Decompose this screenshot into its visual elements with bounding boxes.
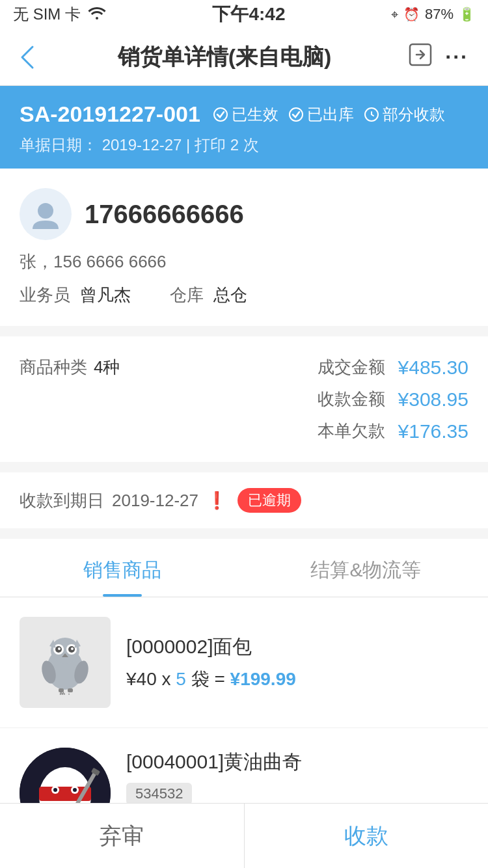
- owed-amount-item: 本单欠款 ¥176.35: [318, 420, 468, 442]
- list-item: 兽+ [0000002]面包 ¥40 x 5 袋 = ¥199.99: [0, 597, 488, 728]
- svg-text:兽+: 兽+: [59, 691, 71, 695]
- summary-section: 商品种类 4种 成交金额 ¥485.30 收款金额 ¥308.95 本单欠款 ¥…: [0, 336, 488, 462]
- status-left: 无 SIM 卡: [13, 4, 107, 25]
- due-date-label: 收款到期日: [20, 489, 104, 512]
- bottom-bar: 弃审 收款: [0, 803, 488, 868]
- owed-amount-value: ¥176.35: [398, 420, 468, 442]
- customer-meta: 业务员 曾凡杰 仓库 总仓: [20, 284, 468, 306]
- collected-amount-value: ¥308.95: [398, 388, 468, 411]
- summary-right: 成交金额 ¥485.30 收款金额 ¥308.95 本单欠款 ¥176.35: [318, 356, 468, 442]
- order-id: SA-20191227-001: [20, 102, 200, 127]
- nav-bar: 销货单详情(来自电脑) ···: [0, 29, 488, 86]
- product-total-1: ¥199.99: [230, 669, 296, 689]
- deal-amount-item: 成交金额 ¥485.30: [318, 356, 468, 379]
- product-type-item: 商品种类 4种: [20, 356, 120, 379]
- collected-amount-item: 收款金额 ¥308.95: [318, 388, 468, 411]
- product-price-1: ¥40 x 5 袋 = ¥199.99: [126, 667, 468, 692]
- status-tag-shipped: 已出库: [289, 104, 354, 125]
- product-thumbnail-1: 兽+: [20, 617, 111, 708]
- back-button[interactable]: [20, 44, 59, 70]
- customer-id: 17666666666: [85, 200, 244, 229]
- svg-point-12: [71, 647, 74, 650]
- product-qty-1: 5: [176, 669, 186, 689]
- overdue-icon: ❗: [206, 491, 227, 511]
- avatar: [20, 188, 72, 240]
- due-date-section: 收款到期日 2019-12-27 ❗ 已逾期: [0, 472, 488, 528]
- status-time: 下午4:42: [212, 2, 285, 27]
- overdue-badge: 已逾期: [237, 488, 301, 513]
- page-title: 销货单详情(来自电脑): [59, 42, 390, 72]
- status-right: ⌖ ⏰ 87% 🔋: [391, 6, 475, 23]
- status-tag-partial: 部分收款: [364, 104, 445, 125]
- alarm-icon: ⏰: [403, 7, 420, 22]
- share-icon[interactable]: [409, 43, 432, 72]
- customer-section: 17666666666 张，156 6666 6666 业务员 曾凡杰 仓库 总…: [0, 169, 488, 326]
- cancel-button[interactable]: 弃审: [0, 804, 245, 868]
- svg-point-1: [214, 108, 227, 121]
- product-name-1: [0000002]面包: [126, 634, 468, 660]
- status-tag-effective: 已生效: [213, 104, 278, 125]
- location-icon: ⌖: [391, 7, 398, 22]
- confirm-button[interactable]: 收款: [245, 804, 489, 868]
- customer-name: 张，156 6666 6666: [20, 251, 468, 273]
- wifi-icon: [87, 5, 107, 23]
- salesperson-label: 业务员 曾凡杰: [20, 284, 131, 306]
- status-bar: 无 SIM 卡 下午4:42 ⌖ ⏰ 87% 🔋: [0, 0, 488, 29]
- order-date: 单据日期： 2019-12-27 | 打印 2 次: [20, 135, 468, 156]
- summary-left: 商品种类 4种: [20, 356, 120, 379]
- tabs-section: 销售商品 结算&物流等: [0, 539, 488, 597]
- nav-actions: ···: [390, 43, 468, 72]
- svg-point-4: [38, 203, 53, 219]
- deal-amount-value: ¥485.30: [398, 357, 468, 379]
- battery-label: 87%: [425, 6, 454, 23]
- svg-point-2: [290, 108, 303, 121]
- product-name-2: [00040001]黄油曲奇: [126, 749, 468, 776]
- battery-icon: 🔋: [459, 7, 475, 22]
- svg-point-26: [53, 788, 57, 792]
- carrier-label: 无 SIM 卡: [13, 4, 81, 25]
- warehouse-label: 仓库 总仓: [170, 284, 247, 306]
- header-banner: SA-20191227-001 已生效 已出库 部分收款 单据日期： 2019-…: [0, 86, 488, 169]
- svg-point-27: [73, 788, 77, 792]
- tab-sales-products[interactable]: 销售商品: [0, 539, 244, 597]
- svg-point-11: [58, 647, 61, 650]
- status-tags: 已生效 已出库 部分收款: [213, 104, 445, 125]
- more-icon[interactable]: ···: [445, 45, 468, 69]
- tab-settlement-logistics[interactable]: 结算&物流等: [244, 539, 488, 597]
- due-date-value: 2019-12-27: [112, 491, 198, 511]
- product-batch-2: 534532: [126, 783, 192, 805]
- product-info-1: [0000002]面包 ¥40 x 5 袋 = ¥199.99: [126, 634, 468, 692]
